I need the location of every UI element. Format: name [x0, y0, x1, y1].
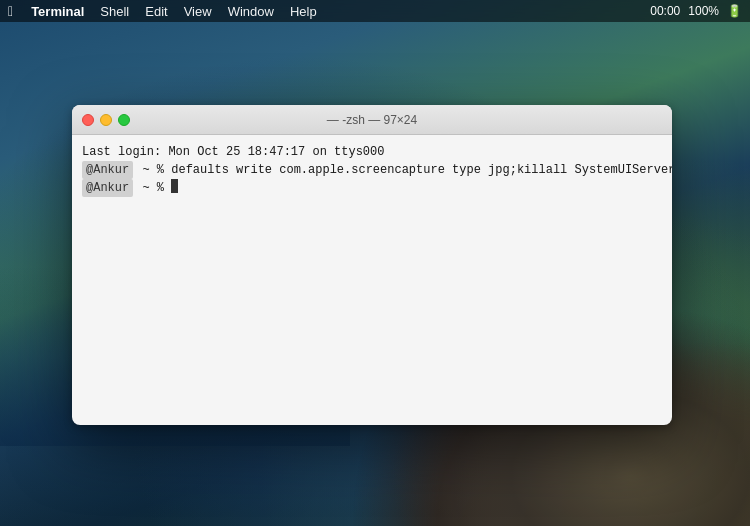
menubar-time: 00:00 — [650, 4, 680, 18]
terminal-titlebar: — -zsh — 97×24 — [72, 105, 672, 135]
command-line-2: @Ankur ~ % — [82, 179, 662, 197]
prompt-symbol-1: ~ % — [135, 161, 171, 179]
battery-icon: 🔋 — [727, 4, 742, 18]
menubar-battery-pct: 100% — [688, 4, 719, 18]
prompt-symbol-2: ~ % — [135, 179, 171, 197]
menubar-left:  Terminal Shell Edit View Window Help — [8, 3, 317, 19]
window-title: — -zsh — 97×24 — [327, 113, 417, 127]
prompt-user-2: @Ankur — [82, 179, 133, 197]
menubar-app-name[interactable]: Terminal — [31, 4, 84, 19]
maximize-button[interactable] — [118, 114, 130, 126]
menubar-help[interactable]: Help — [290, 4, 317, 19]
last-login-line: Last login: Mon Oct 25 18:47:17 on ttys0… — [82, 143, 662, 161]
prompt-user-1: @Ankur — [82, 161, 133, 179]
terminal-window: — -zsh — 97×24 Last login: Mon Oct 25 18… — [72, 105, 672, 425]
menubar-window[interactable]: Window — [228, 4, 274, 19]
apple-logo-icon[interactable]:  — [8, 3, 13, 19]
last-login-text: Last login: Mon Oct 25 18:47:17 on ttys0… — [82, 143, 384, 161]
command-text-1: defaults write com.apple.screencapture t… — [171, 161, 672, 179]
minimize-button[interactable] — [100, 114, 112, 126]
terminal-cursor — [171, 179, 178, 193]
terminal-body[interactable]: Last login: Mon Oct 25 18:47:17 on ttys0… — [72, 135, 672, 205]
menubar-shell[interactable]: Shell — [100, 4, 129, 19]
window-buttons — [82, 114, 130, 126]
menubar-edit[interactable]: Edit — [145, 4, 167, 19]
command-line-1: @Ankur ~ % defaults write com.apple.scre… — [82, 161, 662, 179]
menubar-right: 00:00 100% 🔋 — [650, 4, 742, 18]
close-button[interactable] — [82, 114, 94, 126]
menubar-view[interactable]: View — [184, 4, 212, 19]
menubar:  Terminal Shell Edit View Window Help 0… — [0, 0, 750, 22]
